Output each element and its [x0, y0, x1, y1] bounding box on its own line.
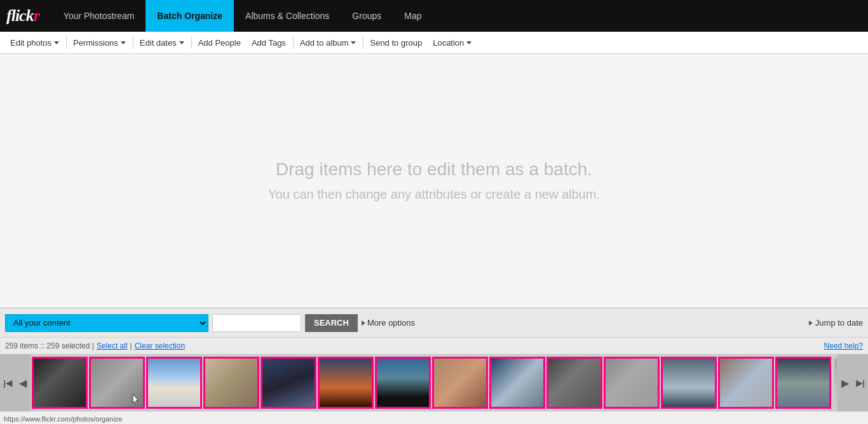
permissions-caret — [121, 41, 126, 44]
thumb-nav-start[interactable]: |◀ — [0, 354, 15, 411]
thumbnail-4[interactable] — [203, 357, 259, 409]
toolbar-edit-dates[interactable]: Edit dates — [135, 32, 190, 54]
nav-photostream[interactable]: Your Photostream — [52, 0, 146, 32]
more-options-arrow — [362, 321, 365, 326]
thumbnail-6[interactable] — [318, 357, 374, 409]
add-to-album-label: Add to album — [300, 38, 349, 48]
toolbar-divider-5 — [363, 36, 363, 49]
permissions-label: Permissions — [73, 38, 118, 48]
edit-photos-label: Edit photos — [10, 38, 51, 48]
search-button[interactable]: SEARCH — [305, 314, 358, 332]
items-bar-divider: | — [130, 341, 132, 350]
send-to-group-label: Send to group — [370, 38, 422, 48]
more-options-button[interactable]: More options — [362, 318, 415, 328]
thumb-nav-end[interactable]: ▶| — [853, 354, 868, 411]
items-count: 259 items :: 259 selected | — [5, 341, 94, 350]
thumbnail-8[interactable] — [432, 357, 488, 409]
thumbnail-9[interactable] — [489, 357, 545, 409]
toolbar-add-people[interactable]: Add People — [193, 32, 247, 54]
bottom-strip: All your content Sets Collections SEARCH… — [0, 308, 868, 411]
jump-to-date-arrow — [809, 321, 813, 326]
status-url: https://www.flickr.com/photos/organize — [4, 415, 122, 423]
toolbar-divider-3 — [191, 36, 192, 49]
nav-groups[interactable]: Groups — [341, 0, 393, 32]
search-bar: All your content Sets Collections SEARCH… — [0, 308, 868, 338]
thumbnail-5[interactable] — [261, 357, 316, 409]
toolbar: Edit photos Permissions Edit dates Add P… — [0, 32, 868, 54]
top-navigation: flickr Your Photostream Batch Organize A… — [0, 0, 868, 32]
flickr-logo[interactable]: flickr — [6, 6, 39, 25]
add-people-label: Add People — [198, 38, 241, 48]
select-all-link[interactable]: Select all — [97, 341, 128, 350]
search-input[interactable] — [212, 314, 301, 332]
nav-map[interactable]: Map — [393, 0, 433, 32]
thumbnail-13[interactable] — [718, 357, 774, 409]
thumbnail-last[interactable] — [832, 357, 837, 409]
nav-batch-organize[interactable]: Batch Organize — [146, 0, 234, 32]
thumbs-container — [31, 354, 837, 411]
status-bar: https://www.flickr.com/photos/organize — [0, 411, 868, 424]
thumbnails-strip: |◀ ◀ ▶ — [0, 354, 868, 411]
toolbar-permissions[interactable]: Permissions — [68, 32, 132, 54]
drop-area-sub-text: You can then change any attributes or cr… — [268, 187, 600, 202]
toolbar-divider-1 — [66, 36, 67, 49]
jump-to-date-button[interactable]: Jump to date — [809, 318, 863, 328]
logo-text: flick — [6, 6, 34, 25]
toolbar-send-to-group[interactable]: Send to group — [365, 32, 428, 54]
toolbar-add-tags[interactable]: Add Tags — [247, 32, 292, 54]
toolbar-divider-2 — [133, 36, 133, 49]
toolbar-add-to-album[interactable]: Add to album — [295, 32, 362, 54]
edit-photos-caret — [54, 41, 59, 44]
logo-r: r — [34, 6, 39, 25]
edit-dates-caret — [179, 41, 184, 44]
add-tags-label: Add Tags — [252, 38, 286, 48]
items-bar: 259 items :: 259 selected | Select all |… — [0, 338, 868, 354]
nav-albums[interactable]: Albums & Collections — [234, 0, 341, 32]
toolbar-location[interactable]: Location — [428, 32, 477, 54]
add-to-album-caret — [351, 41, 356, 44]
thumbnail-14[interactable] — [775, 357, 831, 409]
edit-dates-label: Edit dates — [140, 38, 177, 48]
need-help-link[interactable]: Need help? — [824, 341, 863, 350]
thumbnail-12[interactable] — [661, 357, 717, 409]
drop-area-main-text: Drag items here to edit them as a batch. — [276, 159, 592, 180]
thumbnail-7[interactable] — [375, 357, 431, 409]
thumbnail-1[interactable] — [32, 357, 88, 409]
drop-area[interactable]: Drag items here to edit them as a batch.… — [0, 54, 868, 308]
content-select[interactable]: All your content Sets Collections — [5, 314, 208, 332]
thumbnail-2[interactable] — [89, 357, 145, 409]
location-label: Location — [433, 38, 464, 48]
jump-to-date-label: Jump to date — [815, 318, 863, 328]
thumbnail-3[interactable] — [146, 357, 202, 409]
thumb-nav-prev[interactable]: ◀ — [15, 354, 31, 411]
location-caret — [466, 41, 471, 44]
clear-selection-link[interactable]: Clear selection — [135, 341, 185, 350]
toolbar-edit-photos[interactable]: Edit photos — [5, 32, 65, 54]
thumbnail-10[interactable] — [546, 357, 602, 409]
toolbar-divider-4 — [293, 36, 294, 49]
thumb-nav-next[interactable]: ▶ — [837, 354, 853, 411]
thumbnail-11[interactable] — [604, 357, 660, 409]
more-options-label: More options — [367, 318, 415, 328]
